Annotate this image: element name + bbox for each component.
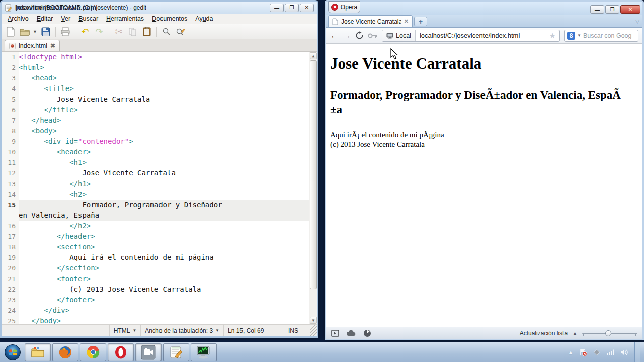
open-document-icon[interactable] (19, 26, 31, 38)
code-line[interactable]: 23 </footer> (2, 295, 317, 305)
zoom-slider[interactable] (582, 330, 637, 337)
action-center-flag-icon[interactable] (579, 348, 587, 356)
new-document-icon[interactable] (5, 26, 17, 38)
gedit-minimize-button[interactable]: ▬ (270, 4, 284, 12)
forward-button[interactable]: → (343, 31, 351, 40)
taskbar-chrome-button[interactable] (80, 343, 106, 361)
resize-grip[interactable] (310, 325, 317, 336)
menu-editar[interactable]: Editar (33, 14, 57, 23)
search-box[interactable]: 8 ▼ Buscar con Goog (564, 30, 638, 42)
bookmark-star-icon[interactable]: ★ (546, 31, 559, 40)
opera-close-button[interactable]: ✕ (620, 5, 640, 14)
code-line[interactable]: 9 <div id="contenedor"> (2, 136, 317, 147)
code-line[interactable]: 17 </header> (2, 231, 317, 242)
taskbar-gedit-button[interactable] (163, 343, 189, 361)
page-h2: Formador, Programador y DiseÃ±ador en Va… (330, 88, 638, 117)
save-icon[interactable] (40, 26, 52, 38)
code-line[interactable]: 21 <footer> (2, 274, 317, 284)
gedit-close-button[interactable]: ✕ (300, 4, 314, 12)
code-line[interactable]: 11 <h1> (2, 157, 317, 168)
code-editor[interactable]: 1<!doctype html>2<html>3 <head>4 <title>… (2, 52, 317, 324)
menu-documentos[interactable]: Documentos (148, 14, 191, 23)
back-button[interactable]: ← (330, 31, 339, 40)
new-tab-button[interactable]: + (414, 17, 427, 26)
copy-icon[interactable] (127, 26, 139, 38)
taskbar-opera-button[interactable] (108, 343, 134, 361)
taskbar-firefox-button[interactable] (52, 343, 78, 361)
code-line[interactable]: 20 </section> (2, 263, 317, 274)
print-icon[interactable] (59, 26, 71, 38)
code-line[interactable]: 15 Formador, Programador y Diseñador (2, 200, 317, 210)
search-engine-dropdown-icon[interactable]: ▼ (577, 33, 581, 38)
menu-archivo[interactable]: Archivo (4, 14, 33, 23)
show-desktop-button[interactable] (634, 342, 640, 362)
code-line[interactable]: 18 <section> (2, 242, 317, 252)
scroll-down-icon[interactable]: ▼ (310, 317, 317, 324)
taskbar-system-monitor-button[interactable] (191, 343, 217, 361)
menu-ver[interactable]: Ver (57, 14, 74, 23)
code-line[interactable]: 8 <body> (2, 126, 317, 136)
opera-menu-button[interactable]: Opera (328, 1, 360, 13)
code-line[interactable]: 16 </h2> (2, 221, 317, 231)
undo-icon[interactable]: ↶ (79, 26, 91, 38)
find-and-replace-icon[interactable] (175, 26, 187, 38)
code-line[interactable]: 13 </h1> (2, 178, 317, 189)
tab-list-chevron-icon[interactable]: ▽ (635, 19, 639, 24)
url-text[interactable]: localhost/C:/josevicente/index.html (416, 32, 546, 39)
code-line[interactable]: 25 </body> (2, 316, 317, 324)
network-signal-icon[interactable] (606, 349, 614, 355)
address-bar[interactable]: Local localhost/C:/josevicente/index.htm… (382, 30, 560, 42)
local-badge[interactable]: Local (382, 30, 416, 41)
opera-title-bar[interactable]: Opera ▬ ❐ ✕ (326, 2, 642, 15)
tab-close-icon[interactable]: ✖ (50, 42, 55, 49)
code-line[interactable]: 1<!doctype html> (2, 52, 317, 62)
code-line[interactable]: 6 </title> (2, 105, 317, 115)
opera-minimize-button[interactable]: ▬ (590, 5, 604, 14)
volume-icon[interactable] (620, 349, 628, 356)
taskbar-explorer-button[interactable] (25, 343, 51, 361)
code-line[interactable]: 19 Aqui irá el contenido de mi página (2, 252, 317, 263)
tab-width-dropdown[interactable]: Ancho de la tabulación: 3▼ (140, 325, 223, 336)
find-icon[interactable] (160, 26, 173, 38)
quick-launch-diamond-icon[interactable] (593, 349, 600, 356)
opera-active-tab[interactable]: Jose Vicente Carratala ✕ (328, 15, 413, 27)
code-line[interactable]: 2<html> (2, 62, 317, 73)
start-button[interactable] (2, 343, 23, 362)
password-key-icon[interactable] (368, 33, 378, 39)
cut-icon[interactable]: ✂ (113, 26, 125, 38)
editor-scrollbar[interactable]: ▲ ▼ (309, 52, 317, 324)
tab-index-html[interactable]: index.html ✖ (5, 40, 60, 51)
code-line[interactable]: 3 <head> (2, 73, 317, 83)
zoom-slider-thumb[interactable] (605, 330, 611, 336)
gedit-maximize-button[interactable]: ❐ (285, 4, 299, 12)
menu-buscar[interactable]: Buscar (74, 14, 102, 23)
code-line[interactable]: 4 <title> (2, 83, 317, 94)
opera-turbo-icon[interactable] (363, 329, 371, 337)
line-number: 18 (2, 242, 19, 252)
panel-toggle-icon[interactable] (331, 330, 339, 337)
opera-maximize-button[interactable]: ❐ (605, 5, 619, 14)
code-line[interactable]: en Valencia, España (2, 210, 317, 221)
code-line[interactable]: 22 (c) 2013 Jose Vicente Carratala (2, 284, 317, 295)
opera-link-cloud-icon[interactable] (346, 330, 356, 336)
redo-icon[interactable]: ↷ (93, 26, 105, 38)
scrollbar-thumb[interactable] (310, 60, 317, 289)
code-line[interactable]: 5 Jose Vicente Carratala (2, 94, 317, 105)
code-line[interactable]: 12 Jose Vicente Carratala (2, 168, 317, 178)
code-line[interactable]: 7 </head> (2, 115, 317, 126)
show-hidden-icons-button[interactable]: ▲ (568, 349, 573, 355)
menu-ayuda[interactable]: Ayuda (191, 14, 217, 23)
gedit-title-bar[interactable]: index.html (BOOTCAMP (C:) \josevicente) … (2, 2, 317, 14)
language-mode-dropdown[interactable]: HTML▼ (109, 325, 141, 336)
zoom-popup-icon[interactable]: ▲ (573, 331, 577, 336)
paste-icon[interactable] (141, 26, 153, 38)
scroll-up-icon[interactable]: ▲ (310, 52, 317, 59)
code-line[interactable]: 24 </div> (2, 305, 317, 316)
code-line[interactable]: 10 <header> (2, 147, 317, 157)
taskbar-screen-recorder-button[interactable] (135, 343, 162, 361)
opera-tab-close-icon[interactable]: ✕ (404, 18, 409, 25)
code-line[interactable]: 14 <h2> (2, 189, 317, 200)
open-dropdown-icon[interactable]: ▼ (33, 29, 38, 34)
menu-herramientas[interactable]: Herramientas (102, 14, 148, 23)
reload-button[interactable] (355, 31, 364, 40)
